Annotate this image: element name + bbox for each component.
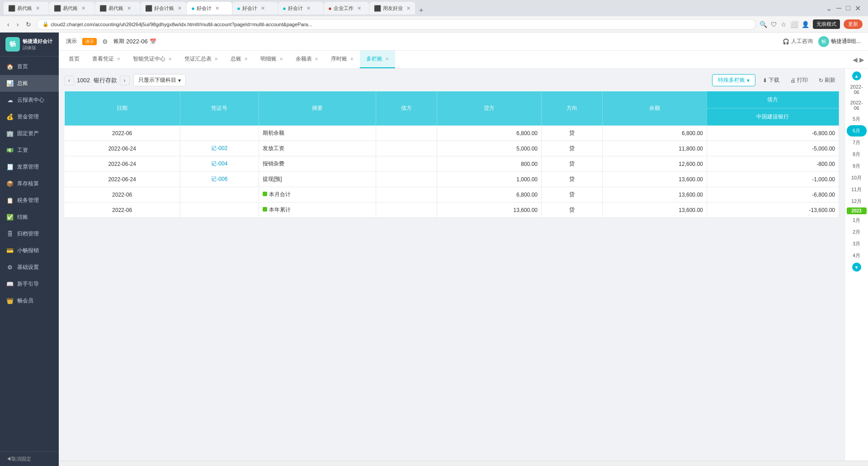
url-input[interactable]: 🔒 cloud2.chanjet.com/accounting/uh26t264…: [37, 19, 756, 30]
minimize-btn[interactable]: ─: [836, 4, 841, 12]
browser-tab-8[interactable]: ● 企业工作 ✕: [324, 2, 369, 14]
month-item[interactable]: 7月: [847, 137, 867, 148]
expand-icon[interactable]: ▶: [859, 56, 864, 63]
month-scroll-down[interactable]: ▼: [852, 263, 861, 272]
sidebar-item-fund[interactable]: 💰 资金管理: [0, 108, 59, 125]
sidebar-item-guide[interactable]: 📖 新手引导: [0, 276, 59, 292]
month-item[interactable]: 6月: [847, 125, 867, 137]
cell-voucher[interactable]: 记-004: [180, 156, 259, 172]
month-panel-date[interactable]: 2022-06: [847, 82, 867, 97]
search-icon[interactable]: 🔍: [760, 21, 767, 28]
tab-close-smart-voucher[interactable]: ✕: [168, 56, 172, 61]
collapse-icon[interactable]: ◀: [853, 56, 858, 63]
horizontal-scrollbar[interactable]: [59, 461, 868, 466]
voucher-link[interactable]: 记-004: [211, 160, 227, 167]
sidebar-item-settings[interactable]: ⚙ 基础设置: [0, 259, 59, 276]
month-item[interactable]: 10月: [847, 172, 867, 184]
sidebar-item-fixed-assets[interactable]: 🏢 固定资产: [0, 125, 59, 142]
tab-home[interactable]: 首页: [62, 51, 86, 68]
close-btn[interactable]: ✕: [855, 4, 861, 13]
update-button[interactable]: 更新: [844, 19, 863, 29]
tab-voucher-view[interactable]: 查看凭证 ✕: [86, 51, 127, 68]
browser-tab-2[interactable]: ⬛ 易代账 ✕: [49, 2, 94, 14]
month-scroll-up[interactable]: ▲: [852, 71, 861, 80]
browser-tab-6[interactable]: ● 好会计 ✕: [232, 2, 278, 14]
tab-list-btn[interactable]: ⌄: [826, 4, 832, 13]
user-profile-icon[interactable]: 👤: [802, 21, 809, 28]
tab-close-voucher-view[interactable]: ✕: [117, 56, 120, 61]
tab-close-balance-table[interactable]: ✕: [315, 56, 318, 61]
filter-subcategory-button[interactable]: 只显示下级科目 ▾: [133, 74, 186, 86]
tab-close-3[interactable]: ✕: [127, 5, 131, 11]
month-item[interactable]: 4月: [847, 250, 867, 261]
tab-balance-table[interactable]: 余额表 ✕: [289, 51, 325, 68]
tab-close-2[interactable]: ✕: [81, 5, 85, 11]
month-item[interactable]: 8月: [847, 149, 867, 160]
month-item[interactable]: 12月: [847, 196, 867, 207]
browser-tab-7[interactable]: ● 好会计 ✕: [278, 2, 323, 14]
month-item[interactable]: 11月: [847, 184, 867, 195]
prev-account-button[interactable]: ‹: [64, 75, 74, 85]
sidebar-item-inventory[interactable]: 📦 库存核算: [0, 175, 59, 192]
cell-voucher[interactable]: 记-006: [180, 172, 259, 187]
tab-smart-voucher[interactable]: 智能凭证中心 ✕: [127, 51, 178, 68]
sidebar-item-settlement[interactable]: ✅ 结账: [0, 209, 59, 226]
next-account-button[interactable]: ›: [120, 75, 130, 85]
pin-sidebar-button[interactable]: ◀取消固定: [6, 456, 52, 462]
month-panel-date[interactable]: 2022-06: [847, 98, 867, 113]
cell-voucher[interactable]: 记-002: [180, 141, 259, 156]
sidebar-item-salary[interactable]: 💵 工资: [0, 142, 59, 159]
star-icon[interactable]: ☆: [781, 21, 787, 28]
sidebar-item-tax[interactable]: 📋 税务管理: [0, 192, 59, 209]
new-tab-button[interactable]: +: [415, 6, 427, 14]
settings-icon[interactable]: ⚙: [102, 38, 108, 45]
tab-close-multi-ledger[interactable]: ✕: [385, 56, 389, 61]
tab-close-detail-ledger[interactable]: ✕: [279, 56, 283, 61]
month-item[interactable]: 2月: [847, 226, 867, 238]
sidebar-item-general-ledger[interactable]: 📊 总账: [0, 75, 59, 92]
sidebar-item-cloud-report[interactable]: ☁ 云报表中心: [0, 92, 59, 108]
incognito-button[interactable]: 无痕模式: [813, 19, 840, 29]
tab-close-voucher-summary[interactable]: ✕: [214, 56, 218, 61]
download-button[interactable]: ⬇ 下载: [759, 75, 783, 86]
tab-close-6[interactable]: ✕: [261, 5, 265, 11]
tab-close-5[interactable]: ✕: [215, 5, 219, 11]
month-item[interactable]: 5月: [847, 113, 867, 125]
tab-general-ledger[interactable]: 总账 ✕: [224, 51, 254, 68]
print-button[interactable]: 🖨 打印: [787, 75, 811, 86]
sidebar-item-membership[interactable]: 👑 畅会员: [0, 292, 59, 309]
tab-detail-ledger[interactable]: 明细账 ✕: [254, 51, 289, 68]
tab-close-general-ledger[interactable]: ✕: [244, 56, 248, 61]
voucher-link[interactable]: 记-006: [211, 176, 227, 182]
browser-tab-4[interactable]: ⬛ 好会计账 ✕: [141, 2, 186, 14]
browser-tab-3[interactable]: ⬛ 易代账 ✕: [95, 2, 140, 14]
back-button[interactable]: ‹: [5, 20, 11, 29]
browser-tab-1[interactable]: ⬛ 易代账 ✕: [4, 2, 49, 14]
tab-multi-ledger[interactable]: 多栏账 ✕: [360, 51, 395, 68]
voucher-link[interactable]: 记-002: [211, 145, 227, 151]
sidebar-item-archive[interactable]: 🗄 归档管理: [0, 226, 59, 242]
tab-close-9[interactable]: ✕: [406, 5, 410, 11]
month-item[interactable]: 9月: [847, 160, 867, 172]
browser-tab-9[interactable]: ⬛ 用友好业 ✕: [369, 2, 415, 14]
shield-icon[interactable]: 🛡: [771, 21, 777, 28]
extension-icon[interactable]: ⬜: [790, 21, 798, 28]
special-ledger-button[interactable]: 特殊多栏账 ▾: [712, 74, 755, 86]
sidebar-item-invoice[interactable]: 🧾 发票管理: [0, 159, 59, 175]
browser-tab-5[interactable]: ● 好会计 ✕: [187, 2, 232, 14]
forward-button[interactable]: ›: [15, 20, 21, 29]
calendar-icon[interactable]: 📅: [150, 38, 156, 45]
refresh-button[interactable]: ↻ 刷新: [815, 75, 839, 86]
tab-close-8[interactable]: ✕: [357, 5, 361, 11]
tab-close-7[interactable]: ✕: [307, 5, 311, 11]
sidebar-item-home[interactable]: 🏠 首页: [0, 58, 59, 75]
restore-btn[interactable]: □: [846, 4, 850, 12]
sidebar-item-expense[interactable]: 💳 小畅报销: [0, 242, 59, 259]
month-item[interactable]: 1月: [847, 215, 867, 226]
tab-sequence-ledger[interactable]: 序时账 ✕: [325, 51, 360, 68]
month-item[interactable]: 3月: [847, 238, 867, 249]
tab-voucher-summary[interactable]: 凭证汇总表 ✕: [178, 51, 224, 68]
tab-close-4[interactable]: ✕: [178, 5, 182, 11]
reload-button[interactable]: ↻: [24, 20, 33, 29]
service-button[interactable]: 🎧 人工咨询: [783, 38, 813, 45]
